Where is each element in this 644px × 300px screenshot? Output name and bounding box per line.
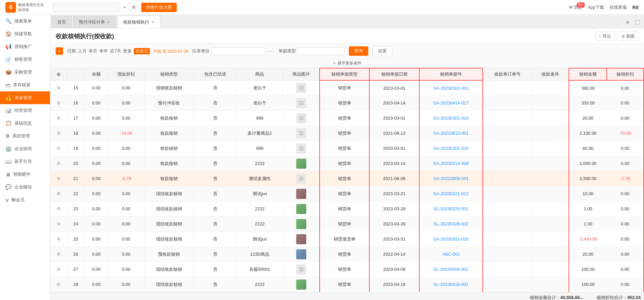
marketing-icon: 📢 (5, 44, 12, 50)
th-cash_discount: 现金折扣 (108, 68, 144, 80)
sidebar-item-operations[interactable]: 📊经营管理 (0, 104, 50, 117)
td-writeoff_discount: 0.00 (607, 111, 644, 126)
row-gear-icon[interactable]: ⚙ (57, 161, 61, 166)
sidebar-item-marketing[interactable]: 📢营销推广 (0, 40, 50, 53)
th-writeoff_amount: 核销金额 (569, 68, 607, 80)
more-date-btn[interactable]: 更多 (123, 48, 132, 54)
bill-no-link[interactable]: SA-20230301-010 (433, 116, 469, 121)
last-month-btn[interactable]: 上月 (78, 48, 87, 54)
tab-prepay[interactable]: 预付冲应付单✕ (73, 16, 116, 28)
bill-no-link[interactable]: SA-20210808-001 (433, 176, 469, 181)
row-gear-icon[interactable]: ⚙ (57, 176, 61, 181)
from-unit-input[interactable] (212, 47, 265, 55)
this-year-btn[interactable]: 本年 (99, 48, 108, 54)
ellipsis-btn[interactable]: ··· (267, 48, 274, 55)
bill-no-link[interactable]: SA-20230301-010 (433, 146, 469, 151)
settings-icon[interactable]: ⚙ (129, 3, 139, 12)
row-gear-icon[interactable]: ⚙ (57, 237, 61, 242)
export-btn[interactable]: ↑ 导出 (595, 32, 615, 41)
close-window-icon[interactable]: ✕ (624, 18, 632, 27)
online-service-btn[interactable]: 在线客服 (609, 4, 627, 10)
bill-no-link[interactable]: SL-20230328-002 (433, 221, 468, 226)
sidebar-item-purchase[interactable]: 📦采购管理 (0, 66, 50, 79)
system-icon: ⚙ (5, 133, 10, 139)
th-receipt_order_no: 收款单订单号 (483, 68, 532, 80)
last-7days-btn[interactable]: 近7天 (110, 48, 121, 54)
date-label: 日期 (67, 48, 76, 54)
bill-type-select[interactable] (298, 47, 345, 55)
td-bill_no: SL-20230408-001 (419, 262, 483, 277)
custom-date-btn[interactable]: 自定义 (134, 48, 150, 54)
sidebar-item-inventory[interactable]: 🗃库存核算 (0, 79, 50, 91)
sidebar-item-wechat[interactable]: 💬企业微信 (0, 181, 50, 194)
td-cash_discount: 0.00 (108, 216, 144, 231)
col-settings-icon[interactable]: ⚙ (57, 72, 61, 77)
td-seq: 23 (67, 201, 85, 216)
query-btn[interactable]: 查询 (349, 46, 368, 56)
expand-more-btn[interactable]: ∨ 展开更多条件 (50, 59, 644, 68)
td-product_img: 🖼 (283, 126, 320, 141)
row-gear-icon[interactable]: ⚙ (57, 206, 61, 211)
search-input[interactable] (53, 3, 120, 12)
row-gear-icon[interactable]: ⚙ (57, 100, 61, 105)
app-download-btn[interactable]: App下载 (588, 4, 604, 10)
row-gear-icon[interactable]: ⚙ (57, 191, 61, 196)
bill-no-link[interactable]: SA-20210813-001 (433, 131, 469, 136)
row-gear-icon[interactable]: ⚙ (57, 146, 61, 151)
bill-no-link[interactable]: SA-20230301-001 (433, 86, 469, 91)
td-writeoff_discount: 0.00 (607, 231, 644, 247)
row-gear-icon[interactable]: ⚙ (57, 116, 61, 121)
bill-no-link[interactable]: SL-20230408-001 (433, 267, 468, 272)
this-month-btn[interactable]: 本月 (89, 48, 97, 54)
expand-filter-btn[interactable]: » (56, 47, 63, 55)
sidebar-item-sales[interactable]: 🛒销售管理 (0, 53, 50, 66)
refresh-btn[interactable]: ↺ 刷新 (618, 32, 639, 41)
tab-close-writeoff[interactable]: ✕ (151, 20, 155, 25)
sidebar-label-enterprise: 企业协同 (14, 146, 32, 152)
td-included: 否 (194, 171, 236, 186)
bill-no-link[interactable]: SA-20230414-017 (433, 100, 469, 105)
sidebar-item-system[interactable]: ⚙系统管理 (0, 130, 50, 142)
row-gear-icon[interactable]: ⚙ (57, 267, 61, 272)
tab-writeoff[interactable]: 收款核销执行✕ (117, 16, 160, 28)
td-receipt_condition (532, 247, 569, 262)
th-settings: ⚙ (51, 68, 67, 80)
row-gear-icon[interactable]: ⚙ (57, 282, 61, 287)
table-row: ⚙150.000.00现销收款核销否老白干🖼销货单2023-03-01SA-20… (51, 80, 644, 95)
sidebar-item-search[interactable]: 🔍搜索菜单 (0, 15, 50, 28)
sidebar-label-marketing: 营销推广 (14, 44, 32, 50)
search-dropdown-icon[interactable]: ▼ (123, 5, 126, 9)
td-writeoff_amount: 100.00 (569, 262, 607, 277)
td-settings: ⚙ (51, 141, 67, 156)
td-bill_no: SA-20210808-001 (419, 171, 483, 186)
td-included: 否 (194, 201, 236, 216)
bill-no-link[interactable]: SL-20230418-001 (433, 282, 468, 287)
tab-home[interactable]: 首页 (52, 16, 72, 28)
row-gear-icon[interactable]: ⚙ (57, 85, 61, 90)
top-bar-right: ✉ 消息 99+ App下载 在线客服 Rit (569, 4, 639, 10)
bill-no-link[interactable]: SA-20230321-012 (433, 191, 469, 196)
sidebar-item-quick-nav[interactable]: 🏠快捷导航 (0, 28, 50, 40)
row-gear-icon[interactable]: ⚙ (57, 252, 61, 257)
bill-no-link[interactable]: SA-20230314-008 (433, 161, 469, 166)
maximize-window-icon[interactable]: ⛶ (633, 18, 641, 27)
table-wrapper[interactable]: ⚙余额现金折扣核销类型包含已结清商品商品图片核销单据类型核销单据日期核销单据号收… (50, 68, 644, 300)
row-gear-icon[interactable]: ⚙ (57, 221, 61, 226)
bill-no-link[interactable]: SL-20230328-001 (433, 206, 468, 211)
message-btn[interactable]: ✉ 消息 99+ (569, 4, 583, 10)
td-balance: 0.00 (85, 126, 108, 141)
sidebar-item-basic[interactable]: 📋基础信息 (0, 117, 50, 130)
td-receipt_order_no (483, 156, 532, 171)
sidebar-item-finance[interactable]: 💰资金管理 (0, 91, 50, 104)
row-gear-icon[interactable]: ⚙ (57, 131, 61, 136)
filter-setting-btn[interactable]: 设置 (372, 46, 392, 56)
sidebar-item-guide[interactable]: 📖新手引导 (0, 155, 50, 168)
refresh-icon: ↺ (621, 34, 625, 39)
tab-close-prepay[interactable]: ✕ (107, 20, 110, 25)
sidebar-item-enterprise[interactable]: 🏢企业协同 (0, 142, 50, 155)
bill-no-link[interactable]: ABC-001 (442, 252, 460, 257)
industry-btn[interactable]: 休验行业方案 (141, 3, 177, 12)
sidebar-item-hardware[interactable]: 🖥智能硬件 (0, 168, 50, 181)
bill-no-link[interactable]: SA-20230331-026 (433, 237, 469, 242)
sidebar-item-member[interactable]: V畅会员 (0, 194, 50, 206)
